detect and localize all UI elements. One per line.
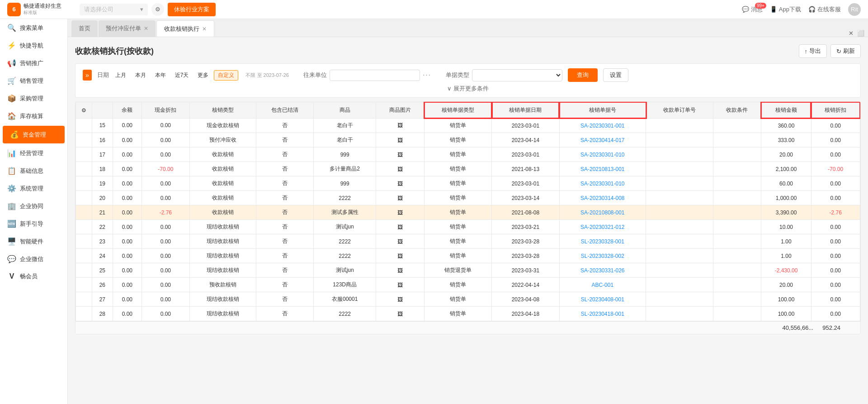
cell-write-off-discount: 0.00: [811, 292, 860, 307]
period-7days[interactable]: 近7天: [171, 71, 193, 80]
cell-bill-report-no[interactable]: SL-20230408-001: [559, 292, 646, 307]
col-write-off-type: 核销类型: [189, 102, 256, 118]
sales-icon: 🛒: [7, 76, 16, 85]
period-custom[interactable]: 自定义: [214, 70, 238, 81]
cell-bill-report-type: 销货单: [425, 176, 492, 191]
gear-icon[interactable]: ⚙: [151, 3, 164, 16]
page-content: 收款核销执行(按收款) ↑ 导出 ↻ 刷新 » 日期: [68, 37, 868, 404]
sidebar-item-enterprise[interactable]: 🏢 企业协同: [0, 197, 67, 215]
cell-bill-report-no[interactable]: SL-20230418-001: [559, 307, 646, 321]
cell-bill-report-no[interactable]: SA-20230301-010: [559, 147, 646, 162]
sidebar-item-marketing[interactable]: 📢 营销推广: [0, 54, 67, 72]
period-this-month[interactable]: 本月: [132, 71, 150, 80]
sidebar-item-guide[interactable]: 🆕 新手引导: [0, 215, 67, 233]
tab-prepay[interactable]: 预付冲应付单 ✕: [99, 20, 156, 37]
cell-bill-report-date: 2023-04-08: [492, 292, 559, 307]
cell-bill-report-no[interactable]: SA-20230414-017: [559, 133, 646, 147]
cell-cash-discount: -70.00: [142, 162, 189, 176]
sidebar-item-operations[interactable]: 📊 经营管理: [0, 144, 67, 162]
sidebar-item-hardware[interactable]: 🖥️ 智能硬件: [0, 233, 67, 250]
cell-gear: [76, 147, 92, 162]
sidebar-item-search-menu[interactable]: 🔍 搜索菜单: [0, 19, 67, 37]
period-this-year[interactable]: 本年: [151, 71, 170, 80]
sidebar-item-purchase[interactable]: 📦 采购管理: [0, 90, 67, 107]
cell-row-no: 16: [92, 133, 113, 147]
tab-home[interactable]: 首页: [71, 20, 98, 37]
cell-bill-report-type: 销货单: [425, 118, 492, 133]
cell-write-off-type: 收款核销: [189, 191, 256, 205]
filter-collapse-btn[interactable]: »: [83, 70, 92, 81]
cell-gear: [76, 249, 92, 263]
tab-close-all-icon[interactable]: ✕: [849, 30, 854, 37]
table-wrapper[interactable]: ⚙ 余额 现金折扣 核销类型 包含已结清 商品 商品图片 核销单据类型 核销单据…: [75, 102, 860, 321]
online-service-btn[interactable]: 🎧 在线客服: [808, 5, 841, 14]
cell-bill-report-no[interactable]: SA-20230331-026: [559, 263, 646, 278]
table-row: 240.000.00现结收款核销否2222🖼销货单2023-03-28SL-20…: [76, 249, 860, 263]
cell-receipt-condition: [713, 292, 761, 307]
cell-bill-report-date: 2021-08-08: [492, 205, 559, 220]
period-last-month[interactable]: 上月: [112, 71, 130, 80]
period-more[interactable]: 更多: [194, 71, 212, 80]
cell-bill-report-no[interactable]: SA-20230301-001: [559, 118, 646, 133]
filter-area: » 日期 上月 本月 本年 近7天 更多 自定义 不限 至 202: [75, 63, 861, 98]
cell-goods-img: 🖼: [376, 133, 425, 147]
cell-bill-report-no[interactable]: SA-20210808-001: [559, 205, 646, 220]
sidebar-item-vip[interactable]: V 畅会员: [0, 268, 67, 285]
cell-bill-report-no[interactable]: SA-20230321-012: [559, 220, 646, 234]
table-container: ⚙ 余额 现金折扣 核销类型 包含已结清 商品 商品图片 核销单据类型 核销单据…: [75, 101, 861, 334]
cell-bill-report-no[interactable]: SA-20230314-008: [559, 191, 646, 205]
export-btn[interactable]: ↑ 导出: [799, 44, 827, 58]
customer-input[interactable]: [330, 70, 420, 81]
cell-receipt-condition: [713, 234, 761, 249]
cell-receipt-order-no: [646, 147, 713, 162]
cell-bill-report-no[interactable]: SA-20210813-001: [559, 162, 646, 176]
cell-receipt-condition: [713, 191, 761, 205]
table-row: 190.000.00收款核销否999🖼销货单2023-03-01SA-20230…: [76, 176, 860, 191]
sidebar-item-system[interactable]: ⚙️ 系统管理: [0, 180, 67, 197]
bill-type-select[interactable]: [472, 69, 562, 81]
cell-bill-report-no[interactable]: ABC-001: [559, 278, 646, 292]
cell-write-off-type: 收款核销: [189, 147, 256, 162]
cell-row-no: 17: [92, 147, 113, 162]
user-name: Rit: [851, 6, 858, 13]
col-gear[interactable]: ⚙: [76, 102, 92, 118]
cell-receipt-condition: [713, 263, 761, 278]
message-btn[interactable]: 💬 消息 99+: [742, 5, 763, 14]
cell-bill-report-no[interactable]: SL-20230328-001: [559, 234, 646, 249]
company-select[interactable]: 请选择公司 ▾: [80, 4, 148, 15]
cell-gear: [76, 205, 92, 220]
cell-goods: 老白干: [314, 118, 376, 133]
cell-row-no: 23: [92, 234, 113, 249]
hardware-icon: 🖥️: [7, 237, 16, 246]
cell-bill-report-date: 2023-03-14: [492, 191, 559, 205]
cell-goods: 2222: [314, 249, 376, 263]
cell-bill-report-no[interactable]: SA-20230301-010: [559, 176, 646, 191]
sidebar-item-quick-nav[interactable]: ⚡ 快捷导航: [0, 37, 67, 54]
wechat-icon: 💬: [7, 255, 16, 263]
headset-icon: 🎧: [808, 6, 816, 13]
cell-bill-report-no[interactable]: SL-20230328-002: [559, 249, 646, 263]
avatar[interactable]: Rit: [848, 3, 861, 16]
app-download-btn[interactable]: 📱 App下载: [770, 5, 801, 14]
cell-goods-img: 🖼: [376, 147, 425, 162]
query-btn[interactable]: 查询: [568, 68, 598, 82]
sidebar-item-inventory[interactable]: 🏠 库存核算: [0, 107, 67, 125]
sidebar-item-finance[interactable]: 💰 资金管理: [3, 126, 65, 143]
tab-close-icon[interactable]: ✕: [202, 26, 207, 32]
tab-collection[interactable]: 收款核销执行 ✕: [156, 20, 214, 37]
refresh-btn[interactable]: ↻ 刷新: [830, 44, 861, 58]
sidebar-item-basic-info[interactable]: 📋 基础信息: [0, 162, 67, 180]
expand-more-btn[interactable]: ∨ 展开更多条件: [83, 85, 853, 93]
col-bill-report-date: 核销单据日期: [492, 102, 559, 118]
main-table: ⚙ 余额 现金折扣 核销类型 包含已结清 商品 商品图片 核销单据类型 核销单据…: [75, 102, 860, 321]
cell-write-off-type: 收款核销: [189, 162, 256, 176]
cell-cash-discount: 0.00: [142, 234, 189, 249]
sidebar-item-sales[interactable]: 🛒 销售管理: [0, 72, 67, 90]
sidebar-item-wechat[interactable]: 💬 企业微信: [0, 250, 67, 268]
settings-btn[interactable]: 设置: [603, 68, 628, 82]
cell-goods: 多计量商品2: [314, 162, 376, 176]
tab-expand-icon[interactable]: ⬜: [857, 30, 864, 37]
system-icon: ⚙️: [7, 184, 16, 193]
industry-btn[interactable]: 休验行业方案: [168, 3, 216, 16]
tab-close-icon[interactable]: ✕: [144, 25, 148, 32]
